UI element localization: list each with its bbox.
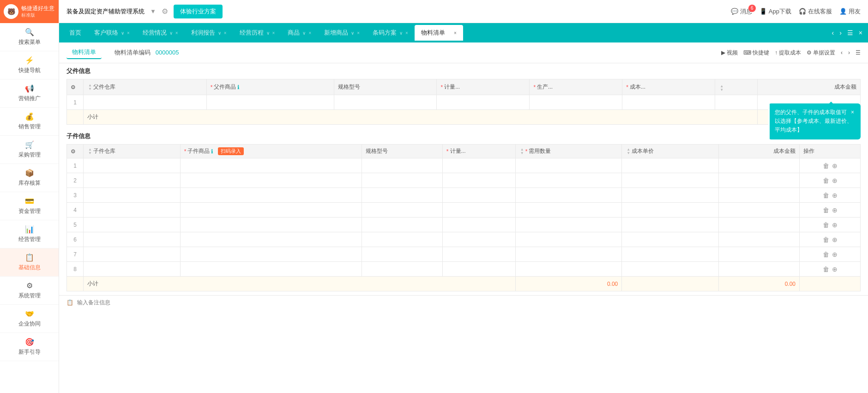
parent-row-1-num: 1 (67, 95, 84, 110)
scan-badge[interactable]: 扫码录入 (218, 147, 244, 155)
delete-icon-row8[interactable]: 🗑 (823, 266, 829, 273)
child-row-2-product[interactable] (180, 173, 362, 188)
tab-history[interactable]: 经营历程 ∨ × (233, 25, 282, 41)
parent-row-1-production[interactable] (530, 95, 622, 110)
tab-profit[interactable]: 利润报告 ∨ × (185, 25, 233, 41)
child-row-1-product[interactable] (180, 158, 362, 173)
tab-operations[interactable]: 经营情况 ∨ × (136, 25, 185, 41)
sidebar-item-purchase[interactable]: 🛒 采购管理 (0, 136, 59, 164)
sidebar-item-inventory[interactable]: 📦 库存核算 (0, 164, 59, 192)
trial-button[interactable]: 体验行业方案 (174, 5, 223, 18)
tab-barcode[interactable]: 条码方案 ∨ × (366, 25, 415, 41)
child-row-2-spec[interactable] (362, 173, 442, 188)
tab-goods-close[interactable]: × (308, 30, 311, 36)
shortcut-action[interactable]: ⌨ 快捷键 (743, 49, 769, 57)
message-button[interactable]: 💬 6 消息 (731, 7, 752, 16)
child-row-8: 8 🗑⊕ (67, 262, 861, 277)
delete-icon-row3[interactable]: 🗑 (823, 192, 829, 199)
app-download-button[interactable]: 📱 App下载 (760, 7, 791, 16)
parent-row-1-cost[interactable] (622, 95, 715, 110)
copy-icon-row2[interactable]: ⊕ (832, 177, 838, 184)
child-row-1-cost-amount[interactable] (719, 158, 800, 173)
delete-icon-row7[interactable]: 🗑 (823, 251, 829, 258)
child-row-2-warehouse[interactable] (84, 173, 181, 188)
extract-cost-action[interactable]: ↑ 提取成本 (775, 49, 801, 57)
parent-row-1-sort[interactable] (715, 95, 758, 110)
parent-row-1-unit[interactable] (437, 95, 530, 110)
sidebar-item-finance-label: 资金管理 (18, 207, 41, 215)
tab-new-goods-label: 新增商品 (324, 29, 348, 37)
tab-profit-close[interactable]: × (224, 30, 227, 36)
tooltip-close-button[interactable]: × (851, 108, 854, 117)
tab-bom-close[interactable]: × (454, 30, 457, 36)
pagination-next[interactable]: › (848, 49, 850, 56)
sidebar-item-ops[interactable]: 📊 经营管理 (0, 220, 59, 248)
sub-tab-bom-list[interactable]: 物料清单 (66, 46, 102, 59)
tab-operations-close[interactable]: × (175, 30, 178, 36)
child-row-1-warehouse[interactable] (84, 158, 181, 173)
copy-icon-row7[interactable]: ⊕ (832, 251, 838, 258)
parent-row-1-spec[interactable] (334, 95, 437, 110)
sidebar-item-finance[interactable]: 💳 资金管理 (0, 192, 59, 220)
child-row-1-spec[interactable] (362, 158, 442, 173)
copy-icon-row6[interactable]: ⊕ (832, 236, 838, 243)
tab-new-goods-close[interactable]: × (357, 30, 360, 36)
child-subtotal-amount: 0.00 (719, 277, 800, 291)
parent-row-1-warehouse[interactable] (84, 95, 207, 110)
child-row-1-qty[interactable] (515, 158, 621, 173)
parent-row-1-product[interactable] (206, 95, 334, 110)
tab-prev-button[interactable]: ‹ (830, 27, 836, 38)
tab-barcode-arrow: ∨ (399, 30, 403, 36)
child-col-settings[interactable]: ⚙ (67, 145, 84, 158)
tab-goods[interactable]: 商品 ∨ × (281, 25, 318, 41)
delete-icon-row4[interactable]: 🗑 (823, 206, 829, 214)
user-button[interactable]: 👤 用友 (839, 7, 861, 16)
tab-customers-close[interactable]: × (127, 30, 130, 36)
child-row-2-unit[interactable] (442, 173, 515, 188)
sidebar-item-search[interactable]: 🔍 搜索菜单 (0, 23, 59, 51)
settings-gear-icon[interactable]: ⚙ (162, 7, 168, 16)
delete-icon-row2[interactable]: 🗑 (823, 177, 829, 184)
tab-home[interactable]: 首页 (63, 25, 88, 41)
sidebar-item-system[interactable]: ⚙ 系统管理 (0, 277, 59, 305)
child-row-2-unit-cost[interactable] (622, 173, 719, 188)
tab-customers[interactable]: 客户联络 ∨ × (88, 25, 136, 41)
tab-bom[interactable]: 物料清单 ∨ × (415, 25, 463, 41)
child-row-1-unit-cost[interactable] (622, 158, 719, 173)
tab-new-goods-arrow: ∨ (351, 30, 354, 36)
sidebar-item-sales[interactable]: 💰 销售管理 (0, 108, 59, 136)
tooltip-border (768, 103, 770, 139)
child-row-1-unit[interactable] (442, 158, 515, 173)
view-action[interactable]: ▶ 视频 (721, 49, 738, 57)
tab-new-goods[interactable]: 新增商品 ∨ × (318, 25, 366, 41)
copy-icon-row1[interactable]: ⊕ (832, 162, 838, 169)
tab-next-button[interactable]: › (838, 27, 844, 38)
copy-icon-row5[interactable]: ⊕ (832, 221, 838, 229)
copy-icon-row3[interactable]: ⊕ (832, 192, 838, 199)
sidebar-item-quick-nav[interactable]: ⚡ 快捷导航 (0, 51, 59, 79)
sidebar-item-marketing[interactable]: 📢 营销推广 (0, 79, 59, 108)
sidebar-item-guide[interactable]: 🎯 新手引导 (0, 333, 59, 361)
note-input[interactable] (77, 299, 861, 306)
delete-icon-row1[interactable]: 🗑 (823, 162, 829, 169)
pagination-prev[interactable]: ‹ (841, 49, 843, 56)
tab-history-close[interactable]: × (272, 30, 275, 36)
dropdown-arrow-icon[interactable]: ▼ (150, 8, 156, 15)
child-row-2-qty[interactable] (515, 173, 621, 188)
single-settings-action[interactable]: ⚙ 单据设置 (807, 49, 835, 57)
parent-col-settings[interactable]: ⚙ (67, 79, 84, 95)
purchase-icon: 🛒 (25, 140, 34, 149)
online-service-button[interactable]: 🎧 在线客服 (799, 7, 832, 16)
sidebar-item-collab[interactable]: 🤝 企业协同 (0, 305, 59, 333)
tab-close-all-button[interactable]: × (857, 27, 864, 38)
copy-icon-row4[interactable]: ⊕ (832, 206, 838, 214)
copy-icon-row8[interactable]: ⊕ (832, 266, 838, 273)
child-row-2-cost-amount[interactable] (719, 173, 800, 188)
sidebar-item-basic[interactable]: 📋 基础信息 (0, 248, 59, 277)
list-view-icon[interactable]: ☰ (856, 49, 861, 56)
tab-menu-button[interactable]: ☰ (845, 27, 855, 38)
tab-home-label: 首页 (69, 29, 81, 37)
delete-icon-row6[interactable]: 🗑 (823, 236, 829, 243)
tab-barcode-close[interactable]: × (405, 30, 408, 36)
delete-icon-row5[interactable]: 🗑 (823, 221, 829, 229)
